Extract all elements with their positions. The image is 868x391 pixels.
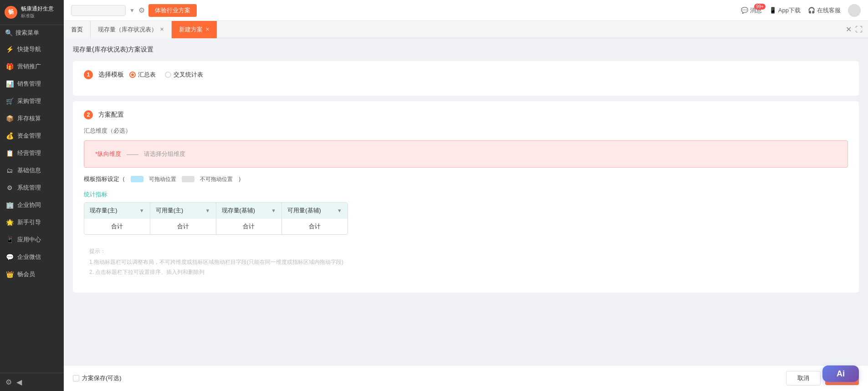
tabbar: 首页 现存量（库存状况表） ✕ 新建方案 ✕ ✕ ⛶ — [64, 21, 868, 38]
sidebar-item-marketing-label: 营销推广 — [17, 62, 41, 71]
newcomer-icon: 🌟 — [5, 218, 14, 226]
stats-table: 现存量(主) ▼ 可用量(主) ▼ 现存量(基辅) ▼ 可用量(基辅) ▼ — [84, 202, 348, 235]
sidebar-item-wechat-label: 企业微信 — [17, 253, 41, 261]
bottom-bar: 方案保存(可选) 取消 查询 — [64, 365, 868, 391]
dimension-placeholder: 请选择分组维度 — [144, 150, 185, 158]
tab-new-scheme[interactable]: 新建方案 ✕ — [172, 21, 217, 38]
member-icon: 👑 — [5, 270, 14, 278]
tips-title: 提示： — [89, 247, 842, 255]
tabbar-actions: ✕ ⛶ — [846, 25, 868, 34]
topbar-left: ▼ ⚙ 体验行业方案 — [71, 4, 736, 17]
sidebar-item-finance[interactable]: 💰 资金管理 — [0, 127, 64, 144]
stats-col-2[interactable]: 现存量(基辅) ▼ — [216, 203, 282, 218]
tip-item-1: 2. 点击标题栏下拉可设置排序、插入列和删除列 — [89, 268, 842, 276]
step1-num: 1 — [84, 70, 93, 79]
step2-title: 方案配置 — [98, 111, 124, 119]
message-btn[interactable]: 💬 消息 99+ — [741, 6, 762, 15]
tab-inventory-close[interactable]: ✕ — [160, 26, 164, 32]
sidebar-item-marketing[interactable]: 🎁 营销推广 — [0, 58, 64, 75]
finance-icon: 💰 — [5, 132, 14, 140]
sidebar-item-basic-info[interactable]: 🗂 基础信息 — [0, 162, 64, 179]
stats-col-2-label: 现存量(基辅) — [222, 206, 255, 215]
sidebar-item-app-center-label: 应用中心 — [17, 236, 41, 244]
sales-icon: 📊 — [5, 80, 14, 88]
online-service-btn[interactable]: 🎧 在线客服 — [808, 6, 841, 15]
radio-cross[interactable]: 交叉统计表 — [165, 71, 203, 79]
save-checkbox[interactable]: 方案保存(可选) — [73, 374, 122, 382]
stats-col-0[interactable]: 现存量(主) ▼ — [84, 203, 150, 218]
sidebar-item-purchase-label: 采购管理 — [17, 97, 41, 105]
sidebar-item-newcomer-label: 新手引导 — [17, 218, 41, 226]
stats-col-0-chevron: ▼ — [139, 208, 144, 213]
sidebar-item-quick-nav-label: 快捷导航 — [17, 45, 41, 53]
radio-cross-circle — [165, 72, 171, 78]
sidebar-item-quick-nav[interactable]: ⚡ 快捷导航 — [0, 41, 64, 58]
sidebar-item-app-center[interactable]: 📱 应用中心 — [0, 231, 64, 248]
topbar: ▼ ⚙ 体验行业方案 💬 消息 99+ 📱 App下载 🎧 在线客服 — [64, 0, 868, 21]
stats-col-3-label: 可用量(基辅) — [287, 206, 321, 215]
sidebar-logo: 畅 畅康通好生意 标准版 — [0, 0, 64, 25]
sidebar-item-enterprise[interactable]: 🏢 企业协同 — [0, 196, 64, 214]
save-checkbox-box[interactable] — [73, 375, 79, 381]
stats-section-label: 统计指标 — [84, 190, 848, 199]
sidebar-item-sales[interactable]: 📊 销售管理 — [0, 75, 64, 93]
sidebar-item-newcomer[interactable]: 🌟 新手引导 — [0, 214, 64, 231]
sidebar-item-inventory[interactable]: 📦 库存核算 — [0, 110, 64, 127]
stats-col-3[interactable]: 可用量(基辅) ▼ — [282, 203, 347, 218]
collapse-icon[interactable]: ◀ — [16, 378, 22, 386]
tab-inventory[interactable]: 现存量（库存状况表） ✕ — [91, 21, 172, 38]
draggable-indicator — [131, 176, 143, 182]
radio-summary[interactable]: 汇总表 — [129, 71, 156, 79]
step2-card: 2 方案配置 汇总维度（必选） *纵向维度 —— 请选择分组维度 模板指标设定（… — [73, 101, 859, 293]
message-icon: 💬 — [741, 7, 748, 14]
topbar-gear-icon[interactable]: ⚙ — [138, 6, 145, 15]
sidebar-item-wechat[interactable]: 💬 企业微信 — [0, 248, 64, 266]
dimension-box: *纵向维度 —— 请选择分组维度 — [84, 140, 848, 168]
logo-icon: 畅 — [5, 6, 17, 19]
sidebar-item-operations[interactable]: 📋 经营管理 — [0, 144, 64, 162]
content-area: 现存量(库存状况表)方案设置 1 选择模板 汇总表 交叉统计表 — [64, 38, 868, 365]
marketing-icon: 🎁 — [5, 62, 14, 71]
expand-panel-btn[interactable]: ⛶ — [855, 26, 863, 34]
dimension-section-label: 汇总维度（必选） — [84, 127, 848, 135]
stats-col-1-chevron: ▼ — [205, 208, 210, 213]
step1-title: 选择模板 — [98, 71, 124, 79]
stats-cell-1: 合计 — [150, 219, 216, 234]
radio-summary-label: 汇总表 — [138, 71, 156, 79]
sidebar-item-system[interactable]: ⚙ 系统管理 — [0, 179, 64, 196]
topbar-dropdown-icon[interactable]: ▼ — [129, 7, 135, 14]
sidebar-item-member-label: 畅会员 — [17, 270, 35, 278]
user-avatar[interactable] — [848, 4, 861, 17]
purchase-icon: 🛒 — [5, 97, 14, 105]
app-edition: 标准版 — [21, 13, 54, 19]
draggable-label: 可拖动位置 — [149, 175, 176, 183]
cancel-button[interactable]: 取消 — [786, 371, 821, 386]
tab-new-scheme-close[interactable]: ✕ — [205, 26, 209, 32]
enterprise-icon: 🏢 — [5, 201, 14, 209]
topbar-search-input[interactable] — [71, 5, 126, 16]
sidebar-item-member[interactable]: 👑 畅会员 — [0, 266, 64, 283]
sidebar-item-purchase[interactable]: 🛒 采购管理 — [0, 93, 64, 110]
sidebar-item-system-label: 系统管理 — [17, 184, 41, 192]
ai-fab-button[interactable]: Ai — [822, 365, 859, 382]
radio-cross-label: 交叉统计表 — [174, 71, 203, 79]
industry-btn[interactable]: 体验行业方案 — [148, 4, 197, 17]
sidebar-item-search-label: 搜索菜单 — [15, 29, 39, 37]
settings-icon[interactable]: ⚙ — [5, 378, 12, 386]
stats-header: 现存量(主) ▼ 可用量(主) ▼ 现存量(基辅) ▼ 可用量(基辅) ▼ — [84, 203, 347, 218]
template-indicator-label: 模板指标设定（ — [84, 175, 125, 183]
system-icon: ⚙ — [5, 184, 14, 192]
step1-card: 1 选择模板 汇总表 交叉统计表 — [73, 61, 859, 96]
close-panel-btn[interactable]: ✕ — [846, 25, 852, 34]
app-download-icon: 📱 — [769, 7, 776, 14]
tips-section: 提示： 1.拖动标题栏可以调整布局，不可跨维度或指标区域拖动栏目字段(只能在同一… — [84, 242, 848, 283]
app-download-btn[interactable]: 📱 App下载 — [769, 6, 801, 15]
tab-inventory-label: 现存量（库存状况表） — [98, 26, 157, 34]
stats-col-1[interactable]: 可用量(主) ▼ — [150, 203, 216, 218]
main-area: ▼ ⚙ 体验行业方案 💬 消息 99+ 📱 App下载 🎧 在线客服 首页 — [64, 0, 868, 391]
tab-home[interactable]: 首页 — [64, 21, 91, 38]
basic-info-icon: 🗂 — [5, 166, 14, 175]
sidebar-nav: 🔍 搜索菜单 ⚡ 快捷导航 🎁 营销推广 📊 销售管理 🛒 采购管理 📦 库存核… — [0, 25, 64, 373]
stats-col-0-label: 现存量(主) — [90, 206, 117, 215]
sidebar-item-search[interactable]: 🔍 搜索菜单 — [0, 25, 64, 41]
